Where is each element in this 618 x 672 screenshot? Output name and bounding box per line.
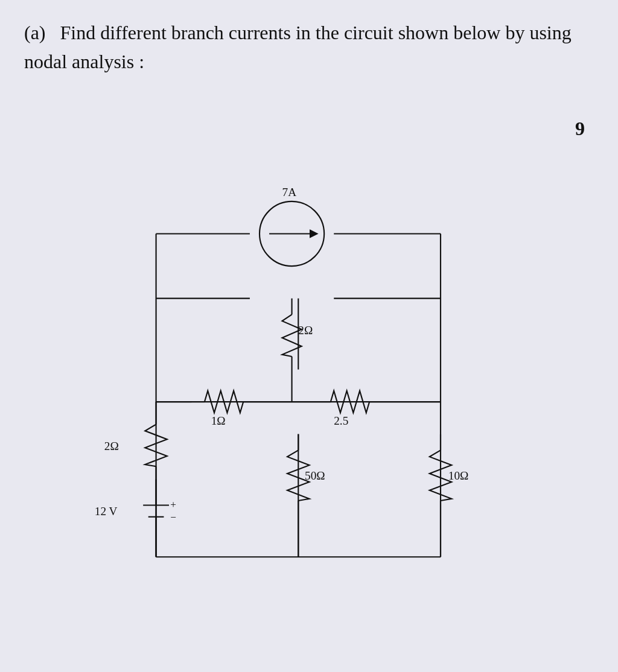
question-body: Find different branch currents in the ci…: [24, 22, 572, 72]
res1ohm-zigzag: [205, 391, 243, 413]
page: (a) Find different branch currents in th…: [0, 0, 618, 672]
res2_5-label: 2.5: [334, 414, 348, 427]
res2ohm-left-label: 2Ω: [104, 440, 119, 452]
vsrc-minus-symbol: −: [170, 512, 176, 523]
marks-label: 9: [575, 118, 585, 140]
res2_5-zigzag: [331, 391, 369, 413]
res2ohm-center-label: 2Ω: [298, 324, 313, 337]
res50-label: 50Ω: [305, 469, 325, 482]
vsrc-plus-symbol: +: [170, 499, 176, 510]
question-part: (a): [24, 22, 46, 43]
vsrc-label: 12 V: [95, 505, 118, 518]
res1ohm-label: 1Ω: [211, 414, 226, 427]
circuit-diagram: text { font-family: 'Times New Roman', T…: [78, 181, 531, 603]
circuit-svg: text { font-family: 'Times New Roman', T…: [78, 181, 531, 603]
res10-label: 10Ω: [448, 469, 469, 482]
current-source-arrowhead: [310, 230, 318, 238]
current-source-label: 7A: [282, 186, 297, 198]
question-text: (a) Find different branch currents in th…: [24, 18, 594, 76]
